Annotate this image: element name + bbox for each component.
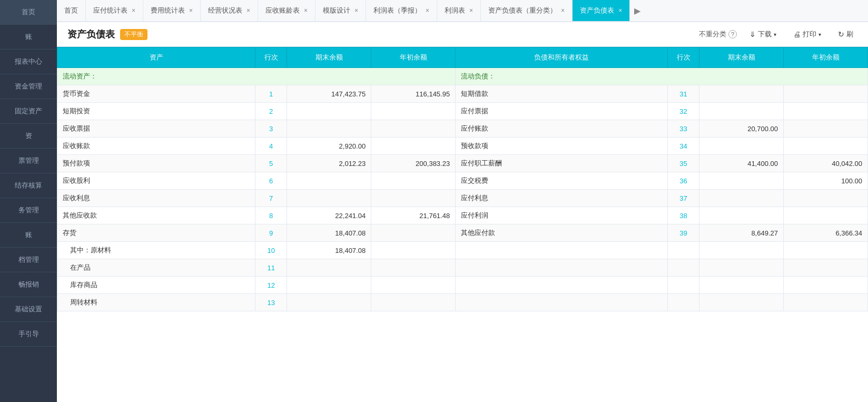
row-num-right — [668, 259, 699, 277]
table-row: 货币资金 1 147,423.75 116,145.95 短期借款 31 — [57, 85, 868, 103]
row-num-right — [668, 294, 699, 311]
begin-balance-right — [784, 190, 868, 207]
tab-profit-quarterly[interactable]: 利润表（季报） × — [366, 0, 437, 22]
liability-name[interactable]: 应付账款 — [456, 120, 668, 138]
sidebar-item-ticket-mgmt[interactable]: 票管理 — [0, 149, 57, 173]
tab-receivable-aging[interactable]: 应收账龄表 × — [258, 0, 315, 22]
tab-close-expense-stats[interactable]: × — [189, 7, 193, 14]
row-num-right: 35 — [668, 155, 699, 172]
sidebar-item-report-center[interactable]: 报表中心 — [0, 50, 57, 74]
sidebar-item-fixed-assets[interactable]: 固定资产 — [0, 99, 57, 124]
end-balance-left — [287, 277, 371, 294]
row-num-left: 12 — [255, 277, 287, 294]
sidebar-item-home[interactable]: 首页 — [0, 0, 57, 25]
tab-close-payable-stats[interactable]: × — [132, 7, 135, 14]
tab-close-profit[interactable]: × — [469, 7, 473, 14]
asset-name[interactable]: 在产品 — [57, 259, 255, 277]
not-reclassify-toggle[interactable]: 不重分类 ? — [699, 30, 737, 39]
tab-close-operation-status[interactable]: × — [246, 7, 250, 14]
refresh-button[interactable]: ↻ 刷 — [834, 27, 857, 41]
liability-name[interactable] — [456, 277, 668, 294]
tab-close-balance-reclassified[interactable]: × — [561, 7, 565, 14]
liability-name[interactable]: 应付利润 — [456, 207, 668, 224]
tab-close-profit-quarterly[interactable]: × — [426, 7, 429, 14]
end-balance-right — [699, 277, 784, 294]
asset-name[interactable]: 货币资金 — [57, 85, 255, 103]
tab-balance-reclassified[interactable]: 资产负债表（重分类） × — [481, 0, 573, 22]
sidebar-item-settings[interactable]: 基础设置 — [0, 297, 57, 322]
tab-nav-right[interactable]: ▶ — [630, 6, 645, 16]
help-icon[interactable]: ? — [728, 30, 737, 38]
header-actions: 不重分类 ? ⇓ 下载 ▾ 🖨 打印 ▾ ↻ 刷 — [699, 27, 857, 41]
asset-name[interactable]: 周转材料 — [57, 294, 255, 311]
sidebar-item-asset[interactable]: 资 — [0, 124, 57, 149]
table-row: 在产品 11 — [57, 259, 868, 277]
col-end-balance-left: 期末余额 — [287, 47, 371, 68]
begin-balance-left — [371, 224, 456, 242]
sidebar-item-fund-mgmt[interactable]: 资金管理 — [0, 74, 57, 99]
asset-name[interactable]: 短期投资 — [57, 103, 255, 120]
row-num-right — [668, 242, 699, 259]
tab-profit[interactable]: 利润表 × — [437, 0, 481, 22]
print-button[interactable]: 🖨 打印 ▾ — [789, 27, 825, 41]
download-chevron-icon: ▾ — [774, 32, 776, 37]
liability-name[interactable]: 短期借款 — [456, 85, 668, 103]
tab-operation-status[interactable]: 经营状况表 × — [201, 0, 258, 22]
col-begin-balance-left: 年初余额 — [371, 47, 456, 68]
tab-close-template-design[interactable]: × — [354, 7, 358, 14]
table-row: 预付款项 5 2,012.23 200,383.23 应付职工薪酬 35 41,… — [57, 155, 868, 172]
table-row: 应收股利 6 应交税费 36 100.00 — [57, 172, 868, 190]
row-num-left: 4 — [255, 138, 287, 155]
end-balance-left — [287, 172, 371, 190]
table-row: 周转材料 13 — [57, 294, 868, 311]
liability-name[interactable]: 预收款项 — [456, 138, 668, 155]
begin-balance-right — [784, 103, 868, 120]
liability-name[interactable]: 其他应付款 — [456, 224, 668, 242]
liability-name[interactable]: 应付票据 — [456, 103, 668, 120]
asset-name[interactable]: 存货 — [57, 224, 255, 242]
liability-name[interactable]: 应交税费 — [456, 172, 668, 190]
sidebar-item-account[interactable]: 账 — [0, 25, 57, 50]
liability-name[interactable] — [456, 294, 668, 311]
tab-balance[interactable]: 资产负债表 × — [573, 0, 630, 22]
sidebar-item-ledger[interactable]: 账 — [0, 223, 57, 248]
section-label-right: 流动负债： — [456, 68, 868, 85]
tab-template-design[interactable]: 模版设计 × — [315, 0, 366, 22]
tab-home[interactable]: 首页 — [57, 0, 86, 22]
asset-name[interactable]: 应收账款 — [57, 138, 255, 155]
end-balance-right — [699, 172, 784, 190]
end-balance-right — [699, 242, 784, 259]
sidebar-item-tax-mgmt[interactable]: 务管理 — [0, 198, 57, 223]
tab-expense-stats[interactable]: 费用统计表 × — [143, 0, 201, 22]
col-end-balance-right: 期末余额 — [699, 47, 784, 68]
asset-name[interactable]: 库存商品 — [57, 277, 255, 294]
row-num-right: 38 — [668, 207, 699, 224]
begin-balance-left — [371, 277, 456, 294]
asset-name[interactable]: 应收股利 — [57, 172, 255, 190]
liability-name[interactable] — [456, 259, 668, 277]
tab-close-receivable-aging[interactable]: × — [304, 7, 308, 14]
end-balance-left — [287, 259, 371, 277]
asset-name[interactable]: 应收利息 — [57, 190, 255, 207]
sidebar-item-expense[interactable]: 畅报销 — [0, 272, 57, 297]
asset-name[interactable]: 应收票据 — [57, 120, 255, 138]
table-header-row: 资产 行次 期末余额 年初余额 负债和所有者权益 行次 期末余额 年初余额 — [57, 47, 868, 68]
end-balance-left: 18,407.08 — [287, 242, 371, 259]
end-balance-right — [699, 294, 784, 311]
end-balance-right: 8,649.27 — [699, 224, 784, 242]
tab-payable-stats[interactable]: 应付统计表 × — [86, 0, 143, 22]
liability-name[interactable]: 应付职工薪酬 — [456, 155, 668, 172]
liability-name[interactable]: 应付利息 — [456, 190, 668, 207]
asset-name[interactable]: 其他应收款 — [57, 207, 255, 224]
begin-balance-right — [784, 259, 868, 277]
download-button[interactable]: ⇓ 下载 ▾ — [745, 27, 781, 41]
col-row-num-left: 行次 — [255, 47, 287, 68]
tab-close-balance[interactable]: × — [618, 7, 622, 14]
sidebar-item-inventory[interactable]: 结存核算 — [0, 173, 57, 198]
sidebar-item-guide[interactable]: 手引导 — [0, 322, 57, 347]
liability-name[interactable] — [456, 242, 668, 259]
asset-name[interactable]: 其中：原材料 — [57, 242, 255, 259]
sidebar-item-archive[interactable]: 档管理 — [0, 248, 57, 272]
end-balance-left: 18,407.08 — [287, 224, 371, 242]
asset-name[interactable]: 预付款项 — [57, 155, 255, 172]
